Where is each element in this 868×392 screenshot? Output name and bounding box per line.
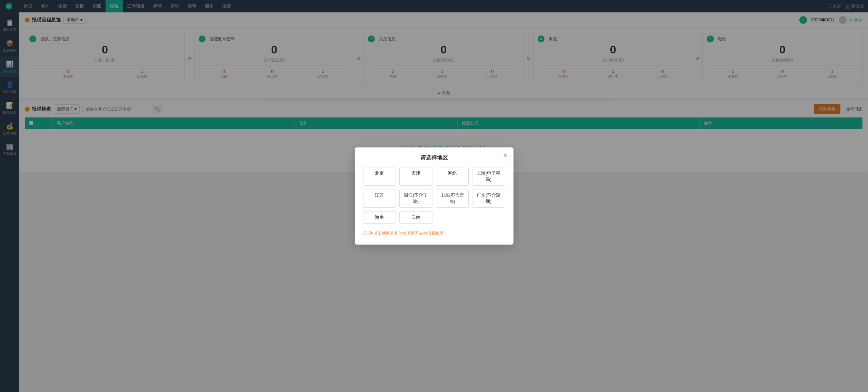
region-btn-empty-2 [472, 211, 505, 224]
region-row-2: 江苏 浙江(不含宁波) 山东(不含青岛) 广东(不含深圳) [363, 189, 505, 208]
dialog-title: 请选择地区 [355, 147, 513, 167]
region-btn-shanghai[interactable]: 上海(电子税局) [472, 167, 505, 186]
region-row-3: 海南 云南 [363, 211, 505, 224]
region-btn-hainan[interactable]: 海南 [363, 211, 396, 224]
warning-icon: ⓘ [363, 230, 367, 236]
region-btn-guangdong[interactable]: 广东(不含深圳) [472, 189, 505, 208]
region-btn-empty-1 [436, 211, 469, 224]
modal-overlay: 请选择地区 ✕ 北京 天津 河北 上海(电子税局) 江苏 浙江(不含宁波) 山东… [0, 0, 868, 392]
region-btn-zhejiang[interactable]: 浙江(不含宁波) [399, 189, 432, 208]
dialog-close-button[interactable]: ✕ [503, 152, 508, 158]
dialog-body: 北京 天津 河北 上海(电子税局) 江苏 浙江(不含宁波) 山东(不含青岛) 广… [355, 167, 513, 245]
region-select-dialog: 请选择地区 ✕ 北京 天津 河北 上海(电子税局) 江苏 浙江(不含宁波) 山东… [355, 147, 513, 245]
region-btn-shandong[interactable]: 山东(不含青岛) [436, 189, 469, 208]
region-btn-hebei[interactable]: 河北 [436, 167, 469, 186]
region-btn-beijing[interactable]: 北京 [363, 167, 396, 186]
region-row-1: 北京 天津 河北 上海(电子税局) [363, 167, 505, 186]
region-btn-yunnan[interactable]: 云南 [399, 211, 432, 224]
region-btn-jiangsu[interactable]: 江苏 [363, 189, 396, 208]
region-btn-tianjin[interactable]: 天津 [399, 167, 432, 186]
dialog-warning: ⓘ 除以上地区外其他地区暂不支持报税检查！ [363, 229, 505, 236]
